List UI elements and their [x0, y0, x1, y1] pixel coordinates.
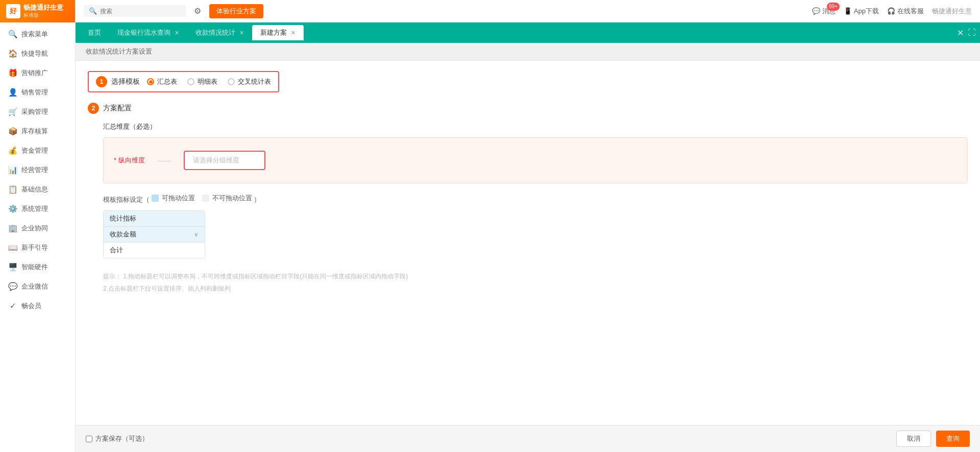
close-window-icon[interactable]: ✕ — [957, 28, 964, 38]
sidebar-logo: 好 畅捷通好生意 标准版 — [0, 0, 75, 22]
tip2: 2.点击标题栏下拉可设置排序、插入列和删除列 — [103, 282, 968, 295]
sidebar-item-operation[interactable]: 📊经营管理 — [0, 160, 75, 180]
query-button[interactable]: 查询 — [936, 431, 970, 447]
form-content: 1 选择模板 汇总表明细表交叉统计表 2 方案配置 汇总维度（必选） — [76, 61, 980, 425]
tip1: 提示： 1.拖动标题栏可以调整布局，不可跨维度或指标区域拖动栏目字段(只能在同一… — [103, 270, 968, 282]
settings-icon[interactable]: ⚙ — [194, 6, 201, 16]
main-area: 🔍 ⚙ 体验行业方案 💬 消息 99+ 📱 App下载 🎧 在线客服 畅捷通好生… — [76, 0, 980, 452]
dim-select[interactable]: 请选择分组维度 — [184, 151, 265, 170]
metrics-item-payment[interactable]: 收款金额 ∨ — [104, 227, 205, 243]
guide-label: 新手引导 — [21, 243, 48, 252]
guide-icon: 📖 — [8, 243, 17, 252]
operation-icon: 📊 — [8, 165, 17, 175]
step1-header: 1 选择模板 汇总表明细表交叉统计表 — [88, 71, 968, 92]
radio-detail[interactable]: 明细表 — [187, 77, 217, 86]
tab-label-payment-stats: 收款情况统计 — [195, 28, 235, 37]
trial-button[interactable]: 体验行业方案 — [209, 4, 263, 18]
tab-new-plan[interactable]: 新建方案✕ — [252, 25, 304, 40]
radio-summary[interactable]: 汇总表 — [147, 77, 177, 86]
radio-label-cross: 交叉统计表 — [238, 77, 271, 86]
maximize-icon[interactable]: ⛶ — [968, 28, 976, 37]
sidebar-item-purchase[interactable]: 🛒采购管理 — [0, 102, 75, 122]
radio-dot-detail — [187, 78, 194, 85]
system-label: 系统管理 — [21, 204, 48, 213]
tab-label-home: 首页 — [88, 28, 101, 37]
capital-label: 资金管理 — [21, 146, 48, 155]
sidebar-item-guide[interactable]: 📖新手引导 — [0, 238, 75, 257]
search-input[interactable] — [100, 8, 172, 15]
sidebar-item-base-info[interactable]: 📋基础信息 — [0, 180, 75, 199]
sidebar-item-quick-nav[interactable]: 🏠快捷导航 — [0, 44, 75, 63]
radio-cross[interactable]: 交叉统计表 — [228, 77, 271, 86]
step2-header: 2 方案配置 — [88, 103, 968, 114]
metrics-label: 模板指标设定（ 可拖动位置 不可拖动位置 ） — [103, 194, 260, 204]
metrics-header: 模板指标设定（ 可拖动位置 不可拖动位置 ） — [103, 194, 968, 204]
search-menu-label: 搜索菜单 — [21, 30, 48, 39]
online-service-button[interactable]: 🎧 在线客服 — [887, 7, 924, 16]
capital-icon: 💰 — [8, 146, 17, 155]
tab-close-payment-stats[interactable]: ✕ — [239, 30, 244, 36]
sidebar: 好 畅捷通好生意 标准版 🔍搜索菜单🏠快捷导航🎁营销推广👤销售管理🛒采购管理📦库… — [0, 0, 76, 452]
sidebar-item-search-menu[interactable]: 🔍搜索菜单 — [0, 25, 75, 44]
draggable-label: 可拖动位置 — [162, 194, 195, 203]
sales-label: 销售管理 — [21, 88, 48, 97]
system-icon: ⚙️ — [8, 204, 17, 213]
step2-title: 方案配置 — [103, 104, 132, 113]
inventory-icon: 📦 — [8, 127, 17, 136]
sidebar-nav: 🔍搜索菜单🏠快捷导航🎁营销推广👤销售管理🛒采购管理📦库存核算💰资金管理📊经营管理… — [0, 22, 75, 452]
tab-close-bank-flow[interactable]: ✕ — [175, 30, 179, 36]
sidebar-item-member[interactable]: ✓畅会员 — [0, 296, 75, 316]
tab-label-new-plan: 新建方案 — [260, 28, 287, 37]
sidebar-item-system[interactable]: ⚙️系统管理 — [0, 199, 75, 219]
marketing-label: 营销推广 — [21, 68, 48, 78]
message-badge: 99+ — [827, 3, 840, 11]
step1-title: 选择模板 — [111, 77, 140, 86]
step2-body: 汇总维度（必选） * 纵向维度 —— 请选择分组维度 模板指标设定（ 可拖动位置 — [103, 122, 968, 295]
save-option[interactable]: 方案保存（可选） — [86, 434, 149, 443]
step1-badge: 1 — [96, 76, 107, 87]
content-area: 收款情况统计方案设置 1 选择模板 汇总表明细表交叉统计表 — [76, 43, 980, 452]
fixed-label: 不可拖动位置 — [212, 194, 252, 203]
sidebar-item-sales[interactable]: 👤销售管理 — [0, 83, 75, 102]
tab-label-bank-flow: 现金银行流水查询 — [117, 28, 170, 37]
sidebar-item-wechat[interactable]: 💬企业微信 — [0, 277, 75, 296]
tab-bank-flow[interactable]: 现金银行流水查询✕ — [109, 25, 187, 40]
tab-home[interactable]: 首页 — [80, 25, 109, 40]
cancel-button[interactable]: 取消 — [896, 431, 931, 447]
step2-badge: 2 — [88, 103, 99, 114]
app-download-button[interactable]: 📱 App下载 — [844, 7, 879, 16]
tab-bar: 首页现金银行流水查询✕收款情况统计✕新建方案✕ ✕ ⛶ — [76, 22, 980, 43]
save-checkbox[interactable] — [86, 436, 92, 442]
base-info-label: 基础信息 — [21, 185, 48, 194]
search-bar[interactable]: 🔍 — [84, 5, 186, 17]
dropdown-icon[interactable]: ∨ — [194, 231, 199, 238]
wechat-label: 企业微信 — [21, 282, 48, 291]
stats-header: 统计指标 — [104, 211, 205, 227]
app-download-label: App下载 — [854, 7, 879, 16]
payment-label: 收款金额 — [110, 230, 136, 239]
tab-close-new-plan[interactable]: ✕ — [291, 30, 296, 36]
member-label: 畅会员 — [21, 301, 41, 311]
sidebar-item-marketing[interactable]: 🎁营销推广 — [0, 63, 75, 83]
arrow-icon: —— — [157, 156, 172, 164]
radio-dot-summary — [147, 78, 154, 85]
message-icon: 💬 — [812, 7, 820, 15]
search-menu-icon: 🔍 — [8, 30, 17, 39]
page-breadcrumb: 收款情况统计方案设置 — [76, 43, 980, 61]
breadcrumb-text: 收款情况统计方案设置 — [86, 47, 152, 55]
sidebar-item-enterprise[interactable]: 🏢企业协同 — [0, 219, 75, 238]
metrics-table: 统计指标 收款金额 ∨ 合计 — [103, 210, 205, 258]
radio-label-detail: 明细表 — [198, 77, 217, 86]
step2-section: 2 方案配置 汇总维度（必选） * 纵向维度 —— 请选择分组维度 模板指标设定… — [88, 103, 968, 295]
draggable-legend-box — [152, 195, 159, 202]
summary-dim-label: 汇总维度（必选） — [103, 122, 968, 131]
tips-section: 提示： 1.拖动标题栏可以调整布局，不可跨维度或指标区域拖动栏目字段(只能在同一… — [103, 270, 968, 295]
sidebar-item-inventory[interactable]: 📦库存核算 — [0, 122, 75, 141]
form-footer: 方案保存（可选） 取消 查询 — [76, 425, 980, 452]
message-button[interactable]: 💬 消息 99+ — [812, 7, 836, 16]
sidebar-item-capital[interactable]: 💰资金管理 — [0, 141, 75, 160]
sidebar-item-hardware[interactable]: 🖥️智能硬件 — [0, 257, 75, 277]
app-icon: 📱 — [844, 7, 852, 15]
tab-payment-stats[interactable]: 收款情况统计✕ — [187, 25, 252, 40]
footer-buttons: 取消 查询 — [896, 431, 970, 447]
